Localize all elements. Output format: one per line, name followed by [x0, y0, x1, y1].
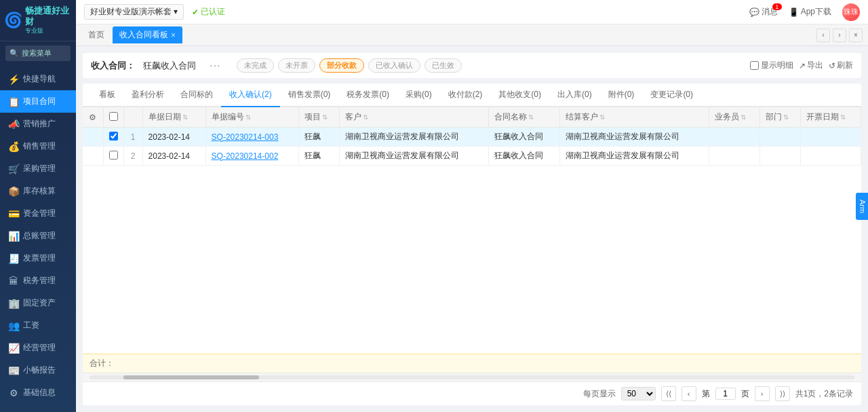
subtab-attachment[interactable]: 附件(0) — [600, 83, 643, 107]
page-word: 页 — [741, 388, 749, 400]
col-customer[interactable]: 客户⇅ — [340, 107, 488, 128]
refresh-button[interactable]: ↺ 刷新 — [829, 60, 853, 71]
sidebar-item-purchase[interactable]: 🛒 采购管理 — [0, 157, 76, 180]
page-size-select[interactable]: 50 100 — [621, 387, 656, 400]
col-project[interactable]: 项目⇅ — [298, 107, 339, 128]
row-doc-no[interactable]: SQ-20230214-003 — [205, 128, 298, 147]
sidebar-item-capital-label: 资金管理 — [23, 208, 56, 219]
sidebar-item-hr[interactable]: 👥 工资 — [0, 314, 76, 337]
inventory-icon: 📦 — [8, 186, 19, 197]
subtab-other-income[interactable]: 其他收支(0) — [490, 83, 549, 107]
sidebar-item-inventory[interactable]: 📦 库存核算 — [0, 180, 76, 202]
sidebar-item-tax[interactable]: 🏛 税务管理 — [0, 269, 76, 292]
col-dept[interactable]: 部门⇅ — [760, 107, 800, 128]
subtab-tax-invoice[interactable]: 税务发票(0) — [338, 83, 397, 107]
scrollbar-thumb[interactable] — [123, 375, 259, 379]
company-selector[interactable]: 好业财专业版演示帐套 ▾ — [84, 4, 184, 20]
row-doc-no[interactable]: SQ-20230214-002 — [205, 147, 298, 166]
marketing-icon: 📣 — [8, 119, 19, 130]
subtab-profit[interactable]: 盈利分析 — [123, 83, 172, 107]
subtab-payment[interactable]: 收付款(2) — [440, 83, 491, 107]
subtab-standard[interactable]: 合同标的 — [172, 83, 221, 107]
sidebar-quick-nav[interactable]: ⚡ 快捷导航 — [0, 68, 76, 90]
first-page-button[interactable]: ⟨⟨ — [661, 386, 676, 401]
sidebar-item-ops[interactable]: 📈 经营管理 — [0, 337, 76, 359]
last-page-button[interactable]: ⟩⟩ — [775, 386, 790, 401]
more-actions-button[interactable]: ··· — [210, 60, 220, 72]
status-active-button[interactable]: 已生效 — [425, 58, 462, 73]
row-settings[interactable] — [83, 147, 103, 166]
scrollbar-track[interactable] — [90, 375, 854, 379]
contract-sort-icon: ⇅ — [528, 113, 534, 121]
subtab-inout[interactable]: 出入库(0) — [549, 83, 600, 107]
avatar: 珠珠 — [842, 3, 860, 21]
show-detail-toggle[interactable]: 显示明细 — [750, 60, 793, 71]
sidebar-item-basic[interactable]: ⚙ 基础信息 — [0, 381, 76, 404]
show-detail-checkbox[interactable] — [750, 61, 759, 70]
status-incomplete-button[interactable]: 未完成 — [237, 58, 274, 73]
subtab-sales-invoice[interactable]: 销售发票(0) — [280, 83, 339, 107]
sidebar-item-sales[interactable]: 💰 销售管理 — [0, 135, 76, 157]
row-customer: 湖南卫视商业运营发展有限公司 — [340, 147, 488, 166]
subtab-income-confirm[interactable]: 收入确认(2) — [221, 83, 280, 107]
col-open-date[interactable]: 开票日期⇅ — [800, 107, 861, 128]
search-menu-button[interactable]: 🔍 搜索菜单 — [5, 45, 71, 61]
prev-page-button[interactable]: ‹ — [682, 386, 696, 401]
app-download-button[interactable]: 📱 App下载 — [789, 6, 831, 18]
col-settings[interactable]: ⚙ — [83, 107, 103, 128]
sidebar-item-project[interactable]: 📋 项目合同 — [0, 90, 76, 113]
row-checkbox[interactable] — [109, 151, 118, 160]
col-date[interactable]: 单据日期⇅ — [142, 107, 205, 128]
sidebar-item-report[interactable]: 📰 小畅报告 — [0, 359, 76, 381]
row-settings[interactable] — [83, 128, 103, 147]
topbar-right: 💬 消息 1 📱 App下载 珠珠 — [749, 3, 860, 21]
col-contract-name[interactable]: 合同名称⇅ — [488, 107, 560, 128]
select-all-checkbox[interactable] — [109, 112, 118, 121]
tab-home[interactable]: 首页 — [81, 26, 111, 43]
sidebar-item-general[interactable]: 📊 总账管理 — [0, 225, 76, 247]
export-button[interactable]: ↗ 导出 — [799, 60, 823, 71]
next-page-button[interactable]: › — [755, 386, 770, 401]
subtab-board[interactable]: 看板 — [91, 83, 123, 107]
pagination: 每页显示 50 100 ⟨⟨ ‹ 第 页 › ⟩⟩ 共1页，2条记录 — [83, 381, 861, 405]
tab-income-contract[interactable]: 收入合同看板 × — [113, 26, 182, 43]
sidebar-item-general-label: 总账管理 — [23, 230, 56, 242]
message-button[interactable]: 💬 消息 1 — [749, 6, 778, 18]
status-notopen-button[interactable]: 未开票 — [278, 58, 315, 73]
page-number-input[interactable] — [715, 388, 736, 400]
sidebar-item-marketing[interactable]: 📣 营销推广 — [0, 113, 76, 135]
user-menu[interactable]: 珠珠 — [842, 3, 860, 21]
date-sort-icon: ⇅ — [182, 113, 188, 121]
row-checkbox-cell[interactable] — [103, 128, 123, 147]
end-customer-sort-icon: ⇅ — [599, 113, 605, 121]
status-confirmed-button[interactable]: 已收入确认 — [368, 58, 420, 73]
tab-close-icon[interactable]: × — [171, 31, 176, 40]
row-num: 2 — [123, 147, 142, 166]
tabbar-next-button[interactable]: › — [833, 29, 846, 42]
subtab-purchase[interactable]: 采购(0) — [397, 83, 440, 107]
row-dept — [760, 147, 800, 166]
sidebar-item-inventory-label: 库存核算 — [23, 185, 56, 197]
table-row[interactable]: 1 2023-02-14 SQ-20230214-003 狂飙 湖南卫视商业运营… — [83, 128, 861, 147]
right-action-button[interactable]: Arm — [856, 192, 868, 219]
table-container: ⚙ 单据日期⇅ 单据编号⇅ 项目⇅ 客户⇅ 合同名称⇅ 结算客户⇅ 业务员⇅ — [83, 107, 861, 405]
tabbar-prev-button[interactable]: ‹ — [816, 29, 830, 42]
avatar-text: 珠珠 — [844, 7, 859, 17]
sidebar-item-invoice[interactable]: 🧾 发票管理 — [0, 247, 76, 269]
row-checkbox-cell[interactable] — [103, 147, 123, 166]
subtab-change-log[interactable]: 变更记录(0) — [642, 83, 701, 107]
scrollbar-container[interactable] — [83, 373, 861, 381]
status-partial-button[interactable]: 部分收款 — [319, 58, 364, 73]
col-checkbox[interactable] — [103, 107, 123, 128]
cert-status: ✔ 已认证 — [192, 6, 225, 18]
table-wrap[interactable]: ⚙ 单据日期⇅ 单据编号⇅ 项目⇅ 客户⇅ 合同名称⇅ 结算客户⇅ 业务员⇅ — [83, 107, 861, 354]
col-sales[interactable]: 业务员⇅ — [709, 107, 760, 128]
tabbar-close-button[interactable]: × — [849, 29, 863, 42]
sidebar-item-capital[interactable]: 💳 资金管理 — [0, 202, 76, 225]
sidebar-item-fixed-assets[interactable]: 🏢 固定资产 — [0, 292, 76, 314]
row-checkbox[interactable] — [109, 132, 118, 141]
table-row[interactable]: 2 2023-02-14 SQ-20230214-002 狂飙 湖南卫视商业运营… — [83, 147, 861, 166]
sidebar-item-purchase-label: 采购管理 — [23, 163, 56, 174]
col-doc-no[interactable]: 单据编号⇅ — [205, 107, 298, 128]
col-end-customer[interactable]: 结算客户⇅ — [560, 107, 709, 128]
